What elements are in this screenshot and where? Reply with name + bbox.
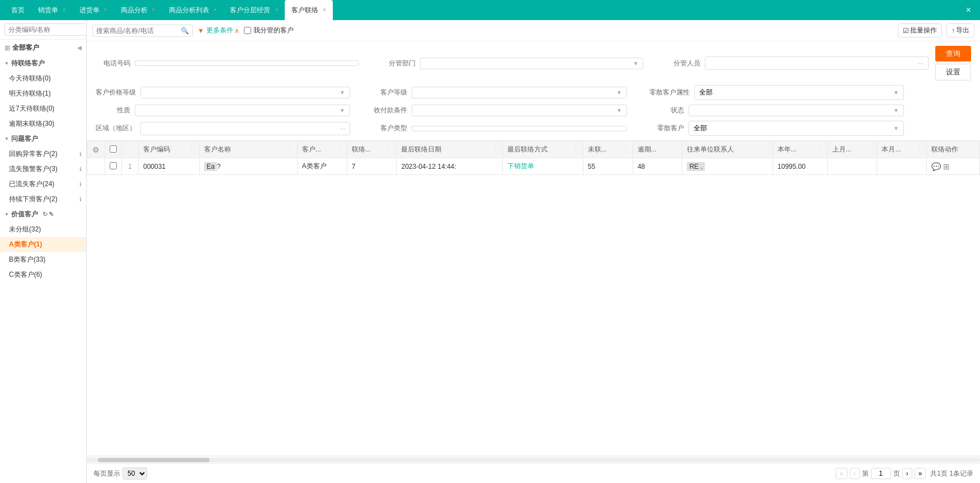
th-last-month[interactable]: 上月... ⋮ xyxy=(827,141,877,158)
resize-handle-10[interactable]: ⋮ xyxy=(817,146,823,153)
close-customer-tier-tab[interactable]: × xyxy=(275,0,278,20)
select-all-checkbox[interactable] xyxy=(110,145,117,153)
sidebar-item-churned[interactable]: 已流失客户(24) ℹ xyxy=(0,177,86,192)
td-customer-code: 000031 xyxy=(139,158,200,175)
zero-attr-input[interactable]: 全部 ▼ xyxy=(694,85,904,100)
close-product-list-tab[interactable]: × xyxy=(214,0,217,20)
sidebar-search-input[interactable] xyxy=(4,23,87,36)
th-customer-type[interactable]: 客户... ⋮ xyxy=(297,141,347,158)
last-page-button[interactable]: » xyxy=(915,468,926,479)
refresh-icon[interactable]: ↻ xyxy=(43,211,48,218)
resize-handle-4[interactable]: ⋮ xyxy=(386,146,392,153)
qr-icon[interactable]: ⊞ xyxy=(943,162,950,171)
sidebar-problem-section: ▼ 问题客户 回购异常客户(2) ℹ 流失预警客户(3) ℹ 已流失客户(24)… xyxy=(0,131,86,207)
sidebar-item-b-class[interactable]: B类客户(33) xyxy=(0,252,86,267)
payment-input[interactable]: ▼ xyxy=(412,105,627,116)
close-purchase-tab[interactable]: × xyxy=(104,0,107,20)
phone-input[interactable] xyxy=(135,60,359,66)
sidebar-pending-header[interactable]: ▼ 待联络客户 xyxy=(0,56,86,71)
resize-handle-12[interactable]: ⋮ xyxy=(916,146,922,153)
th-last-contact-date[interactable]: 最后联络日期 ⋮ xyxy=(397,141,502,158)
scrollbar-thumb[interactable] xyxy=(98,458,210,462)
close-sales-tab[interactable]: × xyxy=(63,0,66,20)
td-check xyxy=(105,158,122,175)
horizontal-scrollbar[interactable] xyxy=(87,456,980,463)
td-unit-contact: RE . xyxy=(682,158,773,175)
th-customer-code[interactable]: 客户编码 ⋮ xyxy=(139,141,200,158)
query-button[interactable]: 查询 xyxy=(935,46,971,61)
price-level-input[interactable]: ▼ xyxy=(140,87,350,98)
nav-customer-contact[interactable]: 客户联络 × xyxy=(285,0,333,20)
resize-handle-11[interactable]: ⋮ xyxy=(866,146,872,153)
th-no-contact[interactable]: 未联... ⋮ xyxy=(583,141,633,158)
sidebar-item-a-class[interactable]: A类客户(1) xyxy=(0,237,86,252)
page-number-input[interactable] xyxy=(871,468,891,479)
first-page-button[interactable]: « xyxy=(836,468,847,479)
td-last-contact-method: 下销货单 xyxy=(502,158,583,175)
resize-handle-2[interactable]: ⋮ xyxy=(287,146,293,153)
edit-icon[interactable]: ✎ xyxy=(49,211,54,218)
customer-type-input[interactable] xyxy=(412,126,627,131)
sidebar-item-today[interactable]: 今天待联络(0) xyxy=(0,71,86,86)
comment-icon[interactable]: 💬 xyxy=(931,162,941,171)
th-contact-action[interactable]: 联络动作 xyxy=(927,141,980,158)
batch-operation-button[interactable]: ☑ 批量操作 xyxy=(898,23,942,37)
th-last-contact-method[interactable]: 最后联络方式 ⋮ xyxy=(502,141,583,158)
settings-button[interactable]: 设置 xyxy=(935,64,971,80)
close-product-analysis-tab[interactable]: × xyxy=(152,0,156,20)
page-label: 第 xyxy=(862,469,869,479)
sidebar-item-tomorrow[interactable]: 明天待联络(1) xyxy=(0,86,86,101)
status-input[interactable]: ▼ xyxy=(689,105,904,116)
resize-handle-9[interactable]: ⋮ xyxy=(762,146,768,153)
more-conditions-button[interactable]: ▼ 更多条件 ∧ xyxy=(197,26,239,35)
resize-handle-8[interactable]: ⋮ xyxy=(672,146,677,153)
next-page-button[interactable]: › xyxy=(902,468,912,479)
sidebar-all-customers-label: 全部客户 xyxy=(12,43,39,53)
nav-product-list[interactable]: 商品分析列表 × xyxy=(162,0,224,20)
my-customers-check[interactable] xyxy=(244,27,251,34)
sidebar-item-repurchase-abnormal[interactable]: 回购异常客户(2) ℹ xyxy=(0,146,86,162)
row-checkbox[interactable] xyxy=(110,162,117,169)
sidebar-item-c-class[interactable]: C类客户(6) xyxy=(0,267,86,282)
area-input[interactable]: ··· xyxy=(140,122,350,135)
nav-purchase[interactable]: 进货单 × xyxy=(73,0,114,20)
sidebar-item-ungrouped[interactable]: 未分组(32) xyxy=(0,222,86,237)
resize-handle-3[interactable]: ⋮ xyxy=(337,146,342,153)
person-input[interactable]: ··· xyxy=(705,56,929,70)
sidebar-problem-header[interactable]: ▼ 问题客户 xyxy=(0,131,86,146)
resize-handle[interactable]: ⋮ xyxy=(189,146,195,153)
gear-icon[interactable]: ⚙ xyxy=(92,145,100,154)
nature-input[interactable]: ▼ xyxy=(135,105,350,116)
nav-home[interactable]: 首页 xyxy=(4,0,31,20)
sidebar-item-churn-warning[interactable]: 流失预警客户(3) ℹ xyxy=(0,162,86,177)
th-this-month[interactable]: 本月... ⋮ xyxy=(877,141,927,158)
customer-level-input[interactable]: ▼ xyxy=(412,87,627,98)
sidebar-all-customers-header[interactable]: ⊞ 全部客户 ◀ xyxy=(0,40,86,56)
th-customer-name[interactable]: 客户名称 ⋮ xyxy=(200,141,298,158)
th-this-year[interactable]: 本年... ⋮ xyxy=(773,141,828,158)
close-customer-contact-tab[interactable]: × xyxy=(323,0,326,20)
dept-input[interactable]: ▼ xyxy=(420,58,644,69)
nav-customer-tier[interactable]: 客户分层经营 × xyxy=(223,0,285,20)
sidebar-item-7days[interactable]: 近7天待联络(0) xyxy=(0,101,86,116)
my-customers-checkbox[interactable]: 我分管的客户 xyxy=(244,26,294,35)
prev-page-button[interactable]: ‹ xyxy=(850,468,860,479)
resize-handle-5[interactable]: ⋮ xyxy=(492,146,498,153)
last-contact-link[interactable]: 下销货单 xyxy=(507,162,534,170)
close-all-button[interactable]: × xyxy=(962,5,976,15)
nav-sales[interactable]: 销货单 × xyxy=(31,0,73,20)
resize-handle-7[interactable]: ⋮ xyxy=(623,146,628,153)
filter-search-input[interactable] xyxy=(96,27,181,35)
filter-search-icon[interactable]: 🔍 xyxy=(181,27,189,35)
resize-handle-6[interactable]: ⋮ xyxy=(573,146,578,153)
page-size-select[interactable]: 50 xyxy=(123,467,147,480)
th-overdue[interactable]: 逾期... ⋮ xyxy=(633,141,682,158)
sidebar-value-header[interactable]: ▼ 价值客户 ↻ ✎ xyxy=(0,207,86,222)
sidebar-item-declining[interactable]: 持续下滑客户(2) ℹ xyxy=(0,192,86,207)
sidebar-item-overdue[interactable]: 逾期未联络(30) xyxy=(0,116,86,131)
export-button[interactable]: ↑ 导出 xyxy=(946,23,974,37)
th-contact-count[interactable]: 联络... ⋮ xyxy=(347,141,397,158)
th-unit-contact[interactable]: 往来单位联系人 ⋮ xyxy=(682,141,773,158)
nav-product-analysis[interactable]: 商品分析 × xyxy=(114,0,162,20)
zero-customer-input[interactable]: 全部 ▼ xyxy=(689,121,904,136)
